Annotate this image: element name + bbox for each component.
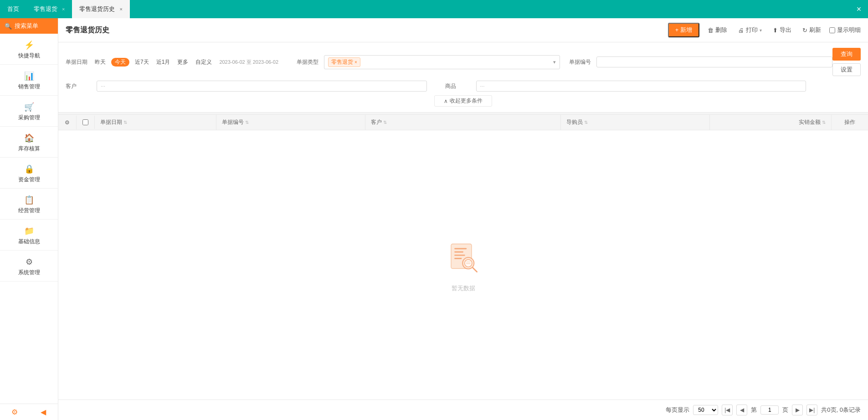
collapse-label: 收起更多条件 <box>450 97 483 105</box>
tab-home-label: 首页 <box>7 5 19 13</box>
th-date[interactable]: 单据日期 ⇅ <box>95 115 216 130</box>
sidebar-item-basic-info-label: 基础信息 <box>18 238 40 246</box>
sidebar-collapse-button[interactable]: ◀ <box>29 408 58 416</box>
data-table: ⚙ 单据日期 ⇅ 单据编号 ⇅ 客户 ⇅ 导购员 <box>58 114 868 400</box>
type-tag-close-icon[interactable]: × <box>354 60 357 65</box>
export-button[interactable]: ⬆ 导出 <box>770 24 794 36</box>
svg-rect-1 <box>454 248 467 249</box>
select-all-checkbox[interactable] <box>82 119 88 125</box>
type-tag[interactable]: 零售退货 × <box>328 57 360 67</box>
pagination: 每页显示 50 10 20 100 |◀ ◀ 第 页 ▶ ▶| 共0页, 0条记… <box>58 400 868 420</box>
settings-icon: ⚙ <box>11 408 18 416</box>
filter-action-buttons: 查询 设置 <box>832 48 861 76</box>
sidebar-item-system-label: 系统管理 <box>18 269 40 277</box>
type-select[interactable]: 零售退货 × ▾ <box>324 55 560 69</box>
sidebar-item-sales[interactable]: 📊 销售管理 <box>0 65 58 96</box>
tab-return-history-close[interactable]: × <box>119 6 122 12</box>
date-opt-today[interactable]: 今天 <box>111 58 129 67</box>
date-opt-custom[interactable]: 自定义 <box>194 58 214 67</box>
sidebar-item-inventory[interactable]: 🏠 库存核算 <box>0 127 58 158</box>
sidebar-item-purchase-label: 采购管理 <box>18 114 40 122</box>
type-tag-label: 零售退货 <box>331 58 353 66</box>
customer-input[interactable]: ··· <box>97 81 427 92</box>
sidebar-settings-button[interactable]: ⚙ <box>0 408 29 416</box>
purchase-icon: 🛒 <box>24 102 34 112</box>
export-label: 导出 <box>780 26 791 34</box>
refresh-icon: ↻ <box>802 27 807 34</box>
th-action-label: 操作 <box>844 118 855 126</box>
filter-row-2: 客户 ··· 商品 ··· <box>66 81 861 92</box>
total-label: 共0页, 0条记录 <box>821 406 861 414</box>
date-filter-label: 单据日期 <box>66 58 93 66</box>
th-guide-label: 导购员 <box>566 118 583 126</box>
setting-button[interactable]: 设置 <box>832 63 861 76</box>
th-no[interactable]: 单据编号 ⇅ <box>216 115 365 130</box>
sort-guide-icon: ⇅ <box>584 120 588 125</box>
prev-page-button[interactable]: ◀ <box>736 405 747 415</box>
date-opt-1month[interactable]: 近1月 <box>154 58 172 67</box>
date-opt-more[interactable]: 更多 <box>175 58 190 67</box>
last-page-button[interactable]: ▶| <box>806 405 817 415</box>
print-button[interactable]: 🖨 打印 ▾ <box>735 24 765 36</box>
goods-input[interactable]: ··· <box>476 81 806 92</box>
sidebar-item-purchase[interactable]: 🛒 采购管理 <box>0 96 58 127</box>
show-detail-checkbox-label[interactable]: 显示明细 <box>829 26 861 34</box>
sidebar-item-system[interactable]: ⚙ 系统管理 <box>0 251 58 282</box>
th-amount[interactable]: 实销金额 ⇅ <box>710 115 832 130</box>
tab-return[interactable]: 零售退货 × <box>26 0 72 18</box>
sort-customer-icon: ⇅ <box>383 120 387 125</box>
th-checkbox[interactable] <box>77 116 95 129</box>
sidebar-item-finance[interactable]: 🔒 资金管理 <box>0 158 58 189</box>
system-icon: ⚙ <box>26 257 33 267</box>
print-arrow-icon: ▾ <box>760 28 762 33</box>
tab-home[interactable]: 首页 <box>0 0 26 18</box>
delete-button[interactable]: 🗑 删除 <box>705 24 730 36</box>
sidebar-item-basic-info[interactable]: 📁 基础信息 <box>0 220 58 251</box>
sidebar-item-inventory-label: 库存核算 <box>18 145 40 153</box>
tab-return-history-label: 零售退货历史 <box>79 5 115 13</box>
sidebar-bottom: ⚙ ◀ <box>0 404 58 420</box>
sort-date-icon: ⇅ <box>123 120 127 125</box>
tab-return-close[interactable]: × <box>62 6 65 12</box>
collapse-button[interactable]: ∧ 收起更多条件 <box>434 95 492 107</box>
top-bar: 首页 零售退货 × 零售退货历史 × × <box>0 0 868 18</box>
th-settings[interactable]: ⚙ <box>58 116 77 129</box>
filter-type-section: 单据类型 零售退货 × ▾ <box>297 55 560 69</box>
voucher-input[interactable] <box>596 56 832 67</box>
sort-amount-icon: ⇅ <box>822 120 826 125</box>
date-opt-7days[interactable]: 近7天 <box>133 58 151 67</box>
svg-line-7 <box>473 267 477 271</box>
filter-area: 单据日期 昨天 今天 近7天 近1月 更多 自定义 2023-06-02 至 2… <box>58 42 868 113</box>
th-guide[interactable]: 导购员 ⇅ <box>561 115 710 130</box>
query-button[interactable]: 查询 <box>832 48 861 61</box>
voucher-filter-label: 单据编号 <box>569 58 596 66</box>
per-page-select[interactable]: 50 10 20 100 <box>693 405 718 415</box>
sidebar-search[interactable]: 🔍 搜索菜单 <box>0 18 58 34</box>
page-title: 零售退货历史 <box>66 26 109 35</box>
table-header: ⚙ 单据日期 ⇅ 单据编号 ⇅ 客户 ⇅ 导购员 <box>58 114 868 130</box>
tab-bar: 首页 零售退货 × 零售退货历史 × <box>0 0 850 18</box>
first-page-button[interactable]: |◀ <box>722 405 733 415</box>
customer-section: 客户 ··· <box>66 81 427 92</box>
refresh-label: 刷新 <box>809 26 821 34</box>
svg-rect-3 <box>454 254 465 256</box>
tab-return-history[interactable]: 零售退货历史 × <box>72 0 129 18</box>
sidebar-item-quick-nav[interactable]: ⚡ 快捷导航 <box>0 34 58 65</box>
refresh-button[interactable]: ↻ 刷新 <box>800 24 824 36</box>
goods-section: 商品 ··· <box>445 81 806 92</box>
window-close-button[interactable]: × <box>850 0 868 18</box>
new-button[interactable]: + 新增 <box>668 23 699 37</box>
sidebar-item-finance-label: 资金管理 <box>18 176 40 184</box>
next-page-button[interactable]: ▶ <box>792 405 803 415</box>
app-layout: 🔍 搜索菜单 ⚡ 快捷导航 📊 销售管理 🛒 采购管理 🏠 库存核算 🔒 资金管… <box>0 18 868 420</box>
operations-icon: 📋 <box>24 195 34 205</box>
th-customer-label: 客户 <box>371 118 382 126</box>
collapse-up-icon: ∧ <box>444 98 448 104</box>
print-icon: 🖨 <box>738 27 744 34</box>
show-detail-checkbox[interactable] <box>829 27 835 33</box>
th-customer[interactable]: 客户 ⇅ <box>365 115 560 130</box>
date-opt-yesterday[interactable]: 昨天 <box>93 58 108 67</box>
print-label: 打印 <box>746 26 758 34</box>
sidebar-item-operations[interactable]: 📋 经营管理 <box>0 189 58 220</box>
page-number-input[interactable] <box>760 405 779 415</box>
